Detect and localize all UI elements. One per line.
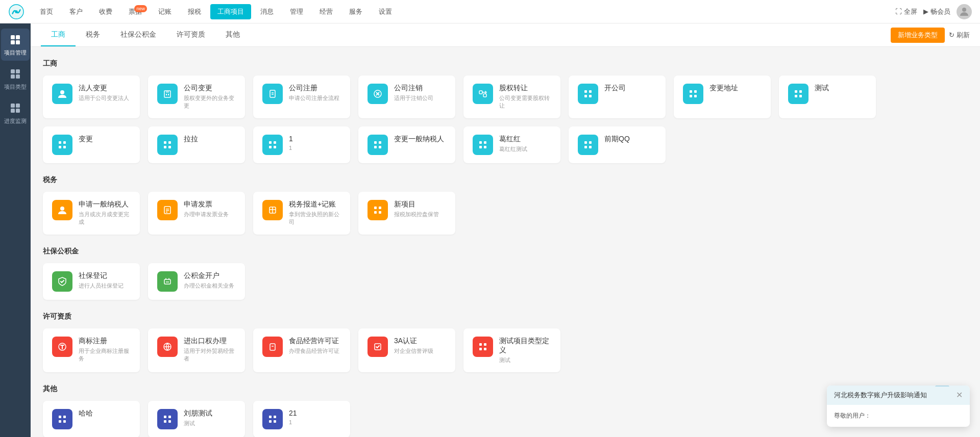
card-fund-open[interactable]: 公积金开户办理公积金相关业务 — [148, 263, 245, 300]
svg-rect-57 — [484, 141, 486, 144]
card-grid-tax: 申请一般纳税人当月或次月成变更完成申请发票办理申请发票业务税务报道+记账拿到营业… — [43, 192, 968, 235]
card-open-company[interactable]: 开公司 — [569, 75, 666, 118]
card-desc-gehonghong: 葛红红测试 — [499, 145, 527, 153]
card-name-trademark: 商标注册 — [79, 337, 131, 346]
card-apply-taxpayer[interactable]: 申请一般纳税人当月或次月成变更完成 — [43, 192, 140, 235]
nav-item-operations[interactable]: 经营 — [312, 4, 340, 19]
svg-rect-26 — [479, 91, 482, 94]
card-twenty-one[interactable]: 211 — [253, 401, 350, 437]
svg-rect-40 — [59, 141, 61, 144]
card-lala[interactable]: 拉拉 — [148, 126, 245, 163]
grid-card-icon — [473, 337, 493, 357]
nav-item-customers[interactable]: 客户 — [62, 4, 90, 19]
user-avatar[interactable] — [957, 4, 972, 19]
card-new-project[interactable]: 新项目报税加税控盘保管 — [358, 192, 455, 235]
grid-card-icon — [52, 135, 72, 155]
card-text-company-cancel: 公司注销适用于注销公司 — [394, 84, 433, 102]
card-change-address[interactable]: 变更地址 — [674, 75, 771, 118]
tab-license[interactable]: 许可资质 — [166, 23, 215, 46]
card-name-new-project: 新项目 — [394, 200, 439, 209]
card-3a-cert[interactable]: 3A认证对企业信誉评级 — [358, 328, 455, 372]
card-tax-report-accounting[interactable]: 税务报道+记账拿到营业执照的新公司 — [253, 192, 350, 235]
card-import-export[interactable]: 进出口权办理适用于对外贸易经营者 — [148, 328, 245, 372]
card-name-company-change: 公司变更 — [184, 84, 236, 93]
svg-rect-99 — [274, 420, 276, 423]
transfer-card-icon — [473, 84, 493, 104]
nav-item-messages[interactable]: 消息 — [253, 4, 281, 19]
section-title-tax: 税务 — [43, 175, 968, 185]
card-one[interactable]: 11 — [253, 126, 350, 163]
card-change-taxpayer[interactable]: 变更一般纳税人 — [358, 126, 455, 163]
svg-rect-42 — [59, 146, 61, 148]
card-apply-invoice[interactable]: 申请发票办理申请发票业务 — [148, 192, 245, 235]
grid-card-icon — [368, 135, 388, 155]
card-change[interactable]: 变更 — [43, 126, 140, 163]
card-liupeng-test[interactable]: 刘朋测试测试 — [148, 401, 245, 437]
card-trademark[interactable]: 商标注册用于企业商标注册服务 — [43, 328, 140, 372]
card-desc-fund-open: 办理公积金相关业务 — [184, 282, 234, 290]
nav-item-billing[interactable]: 收费 — [92, 4, 119, 19]
svg-rect-39 — [799, 95, 802, 97]
nav-item-home[interactable]: 首页 — [33, 4, 60, 19]
card-company-cancel[interactable]: 公司注销适用于注销公司 — [358, 75, 455, 118]
svg-rect-56 — [479, 141, 482, 144]
card-gehonghong[interactable]: 葛红红葛红红测试 — [463, 126, 560, 163]
notification-popup: 河北税务数字账户升级影响通知 ✕ 尊敬的用户： — [827, 385, 970, 427]
svg-rect-41 — [63, 141, 66, 144]
section-title-social: 社保公积金 — [43, 247, 968, 256]
svg-point-1 — [15, 10, 18, 13]
sidebar-item-project-mgmt[interactable]: 项目管理 — [1, 29, 30, 61]
cancel-card-icon — [368, 84, 388, 104]
tab-tax[interactable]: 税务 — [76, 23, 110, 46]
card-text-3a-cert: 3A认证对企业信誉评级 — [394, 337, 433, 355]
nav-item-tickets[interactable]: 票据new — [121, 4, 149, 19]
sidebar-item-progress[interactable]: 进度监测 — [1, 97, 30, 129]
nav-item-tax[interactable]: 报税 — [181, 4, 208, 19]
member-btn[interactable]: ▶ 畅会员 — [923, 7, 950, 16]
card-test-type[interactable]: 测试项目类型定义测试 — [463, 328, 560, 372]
fullscreen-btn[interactable]: ⛶ 全屏 — [895, 7, 917, 16]
nav-item-accounting[interactable]: 记账 — [151, 4, 179, 19]
new-type-button[interactable]: 新增业务类型 — [891, 28, 945, 43]
notif-close-button[interactable]: ✕ — [956, 391, 963, 399]
card-text-apply-taxpayer: 申请一般纳税人当月或次月成变更完成 — [79, 200, 131, 226]
person-card-icon — [52, 84, 72, 104]
card-company-change[interactable]: 公司变更股权变更外的业务变更 — [148, 75, 245, 118]
card-grid-industry: 法人变更适用于公司变更法人公司变更股权变更外的业务变更公司注册申请公司注册全流程… — [43, 75, 968, 163]
svg-rect-91 — [63, 420, 66, 423]
section-title-license: 许可资质 — [43, 312, 968, 321]
card-social-register[interactable]: 社保登记进行人员社保登记 — [43, 263, 140, 300]
card-desc-new-project: 报税加税控盘保管 — [394, 211, 439, 218]
refresh-button[interactable]: ↻ 刷新 — [949, 31, 970, 40]
card-legal-change[interactable]: 法人变更适用于公司变更法人 — [43, 75, 140, 118]
section-license: 许可资质商标注册用于企业商标注册服务进出口权办理适用于对外贸易经营者食品经营许可… — [43, 312, 968, 372]
card-equity-transfer[interactable]: 股权转让公司变更需要股权转让 — [463, 75, 560, 118]
chart-icon — [8, 101, 22, 115]
card-desc-apply-taxpayer: 当月或次月成变更完成 — [79, 211, 131, 226]
nav-item-management[interactable]: 管理 — [283, 4, 310, 19]
tax-card-icon — [262, 200, 283, 220]
card-grid-social: 社保登记进行人员社保登记公积金开户办理公积金相关业务 — [43, 263, 968, 300]
tab-social[interactable]: 社保公积金 — [110, 23, 166, 46]
card-haha[interactable]: 哈哈 — [43, 401, 140, 437]
nav-item-services[interactable]: 服务 — [342, 4, 370, 19]
shield-card-icon — [52, 271, 72, 292]
svg-rect-44 — [164, 141, 166, 144]
svg-rect-9 — [11, 74, 15, 79]
card-company-register[interactable]: 公司注册申请公司注册全流程 — [253, 75, 350, 118]
card-text-apply-invoice: 申请发票办理申请发票业务 — [184, 200, 229, 218]
card-food-license[interactable]: 食品经营许可证办理食品经营许可证 — [253, 328, 350, 372]
nav-item-settings[interactable]: 设置 — [372, 4, 399, 19]
notif-title: 河北税务数字账户升级影响通知 — [834, 391, 927, 400]
tab-industry[interactable]: 工商 — [41, 23, 76, 46]
svg-rect-20 — [270, 90, 275, 97]
card-test[interactable]: 测试 — [779, 75, 876, 118]
sidebar-item-project-type[interactable]: 项目类型 — [1, 63, 30, 95]
card-qqearly[interactable]: 前期QQ — [569, 126, 666, 163]
svg-point-64 — [60, 207, 64, 211]
grid-card-icon — [157, 135, 178, 155]
svg-rect-13 — [11, 109, 15, 113]
tab-other[interactable]: 其他 — [215, 23, 250, 46]
nav-item-industry[interactable]: 工商项目 — [210, 4, 251, 19]
card-text-lala: 拉拉 — [184, 135, 198, 144]
